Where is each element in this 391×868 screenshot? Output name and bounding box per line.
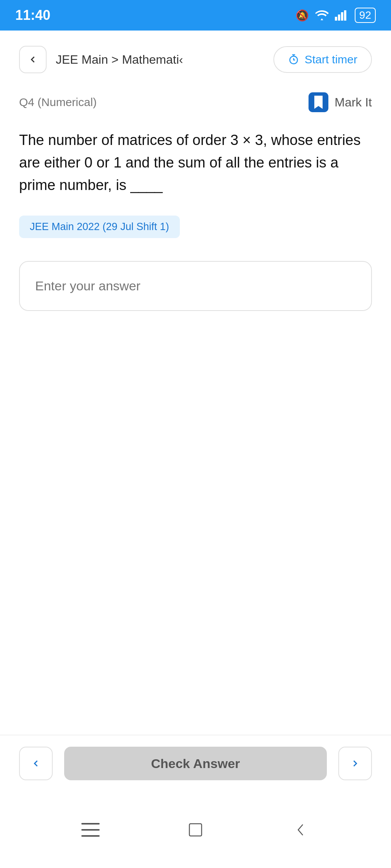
status-time: 11:40 — [15, 7, 50, 23]
next-question-button[interactable] — [338, 747, 372, 780]
prev-question-button[interactable] — [19, 747, 53, 780]
signal-icon — [335, 10, 349, 21]
svg-rect-9 — [189, 824, 202, 836]
nav-left: JEE Main > Mathemati‹ — [19, 46, 183, 73]
question-tag: JEE Main 2022 (29 Jul Shift 1) — [19, 216, 180, 238]
start-timer-label: Start timer — [305, 53, 357, 66]
mark-it-button[interactable]: Mark It — [309, 92, 372, 112]
main-content: JEE Main > Mathemati‹ Start timer Q4 (Nu… — [0, 31, 391, 311]
android-menu-button[interactable] — [79, 818, 102, 841]
answer-input-container[interactable] — [19, 261, 372, 311]
answer-input[interactable] — [35, 279, 356, 293]
back-button[interactable] — [19, 46, 47, 73]
android-bottom-bar — [0, 792, 391, 868]
svg-rect-1 — [338, 14, 340, 21]
bottom-nav: Check Answer — [0, 735, 391, 792]
check-answer-button[interactable]: Check Answer — [64, 747, 327, 780]
svg-rect-7 — [81, 829, 100, 831]
breadcrumb: JEE Main > Mathemati‹ — [56, 53, 183, 67]
android-back-button[interactable] — [289, 818, 312, 841]
status-icons: 🔕 92 — [296, 8, 376, 23]
svg-rect-6 — [81, 823, 100, 825]
question-header: Q4 (Numerical) Mark It — [19, 92, 372, 112]
start-timer-button[interactable]: Start timer — [273, 46, 372, 73]
question-label: Q4 (Numerical) — [19, 96, 97, 109]
question-text: The number of matrices of order 3 × 3, w… — [19, 129, 372, 196]
nav-row: JEE Main > Mathemati‹ Start timer — [19, 46, 372, 73]
status-bar: 11:40 🔕 92 — [0, 0, 391, 31]
mute-icon: 🔕 — [296, 9, 309, 22]
android-home-button[interactable] — [184, 818, 207, 841]
battery-level: 92 — [355, 8, 376, 23]
svg-rect-8 — [81, 835, 100, 837]
mark-it-label: Mark It — [334, 95, 372, 110]
svg-rect-2 — [341, 12, 343, 21]
svg-rect-0 — [335, 17, 337, 21]
wifi-icon — [315, 10, 329, 21]
svg-rect-3 — [344, 10, 346, 21]
